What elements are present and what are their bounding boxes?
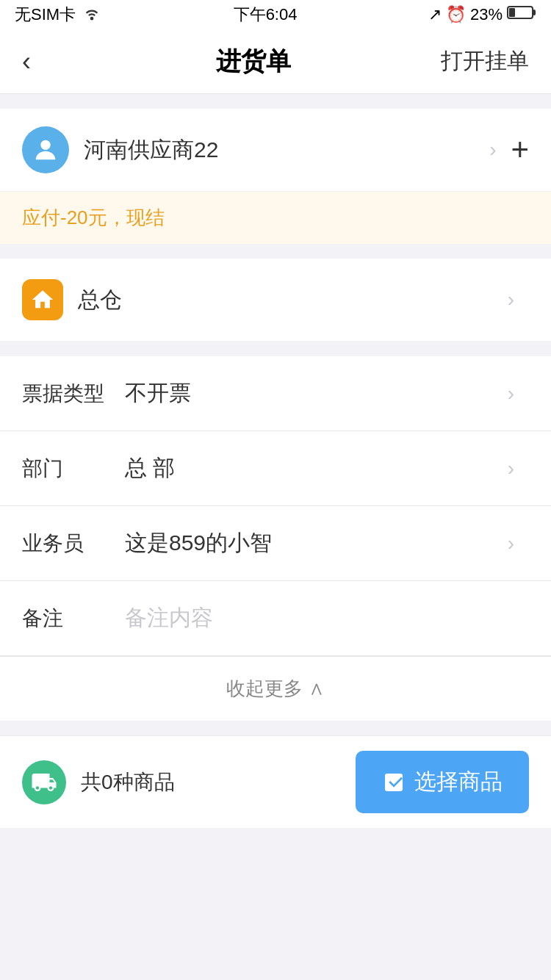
supplier-chevron-icon: › [489, 138, 496, 162]
gray-background [0, 828, 551, 980]
supplier-card: 河南供应商22 › + 应付-20元，现结 [0, 109, 551, 244]
department-value: 总 部 [125, 453, 508, 483]
salesperson-value: 这是859的小智 [125, 528, 508, 558]
salesperson-row[interactable]: 业务员 这是859的小智 › [0, 506, 551, 581]
warehouse-row[interactable]: 总仓 › [0, 259, 551, 342]
collapse-label: 收起更多 ∧ [226, 676, 324, 702]
nav-bar: ‹ 进货单 打开挂单 [0, 29, 551, 94]
department-row[interactable]: 部门 总 部 › [0, 431, 551, 506]
supplier-name: 河南供应商22 [84, 135, 489, 165]
select-product-label: 选择商品 [414, 767, 503, 797]
warehouse-chevron-icon: › [508, 288, 514, 311]
invoice-type-label: 票据类型 [22, 380, 125, 408]
select-product-button[interactable]: 选择商品 [356, 751, 529, 813]
remark-input[interactable]: 备注内容 [125, 603, 529, 633]
battery-icon [507, 4, 536, 25]
carrier-label: 无SIM卡 [15, 4, 76, 26]
svg-rect-1 [533, 10, 536, 15]
wifi-icon [82, 4, 102, 25]
battery-label: 23% [470, 5, 503, 24]
notice-bar: 应付-20元，现结 [0, 192, 551, 244]
alarm-icon: ⏰ [446, 5, 466, 24]
invoice-type-row[interactable]: 票据类型 不开票 › [0, 356, 551, 431]
remark-row[interactable]: 备注 备注内容 [0, 581, 551, 656]
add-supplier-button[interactable]: + [511, 134, 529, 165]
svg-point-3 [40, 140, 50, 150]
salesperson-chevron-icon: › [508, 532, 514, 555]
status-left: 无SIM卡 [15, 4, 102, 26]
section-gap-1 [0, 94, 551, 109]
form-card: 票据类型 不开票 › 部门 总 部 › 业务员 这是859的小智 › 备注 备注… [0, 356, 551, 721]
time-label: 下午6:04 [234, 4, 298, 26]
section-gap-3 [0, 342, 551, 356]
page-title: 进货单 [216, 45, 291, 79]
warehouse-name: 总仓 [78, 285, 508, 315]
open-pending-button[interactable]: 打开挂单 [441, 46, 529, 76]
notice-text: 应付-20元，现结 [22, 206, 165, 228]
bottom-bar: 共0种商品 选择商品 [0, 735, 551, 828]
supplier-row[interactable]: 河南供应商22 › + [0, 109, 551, 192]
back-button[interactable]: ‹ [22, 46, 66, 77]
location-icon: ↗ [428, 5, 442, 24]
department-chevron-icon: › [508, 457, 514, 480]
section-gap-4 [0, 721, 551, 735]
remark-label: 备注 [22, 605, 125, 633]
salesperson-label: 业务员 [22, 530, 125, 558]
product-icon [22, 760, 66, 804]
status-bar: 无SIM卡 下午6:04 ↗ ⏰ 23% [0, 0, 551, 29]
warehouse-icon [22, 279, 63, 320]
warehouse-card: 总仓 › [0, 259, 551, 342]
invoice-type-value: 不开票 [125, 378, 508, 408]
department-label: 部门 [22, 455, 125, 483]
product-count-label: 共0种商品 [81, 768, 356, 796]
collapse-button[interactable]: 收起更多 ∧ [0, 656, 551, 721]
invoice-type-chevron-icon: › [508, 382, 514, 406]
section-gap-2 [0, 244, 551, 259]
status-right: ↗ ⏰ 23% [428, 4, 536, 25]
supplier-avatar [22, 126, 69, 173]
svg-rect-2 [509, 8, 515, 17]
